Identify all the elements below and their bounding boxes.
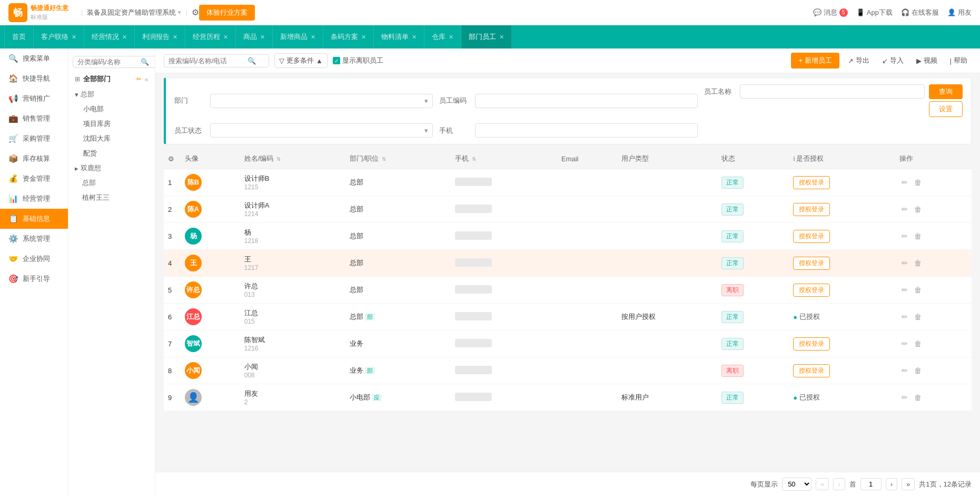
next-page-btn[interactable]: › <box>886 478 897 490</box>
experience-btn[interactable]: 体验行业方案 <box>199 5 255 21</box>
nav-tab-bom[interactable]: 物料清单 ✕ <box>374 25 424 48</box>
edit-btn[interactable]: ✏ <box>899 285 910 295</box>
delete-btn[interactable]: 🗑 <box>912 177 924 188</box>
dept-search[interactable]: 🔍 <box>73 56 155 68</box>
dept-parent-shuanglu[interactable]: ▸ 双鹿想 <box>68 161 155 176</box>
delete-btn[interactable]: 🗑 <box>912 392 924 403</box>
delete-btn[interactable]: 🗑 <box>912 312 924 322</box>
dept-parent-zhishu[interactable]: 植树王三 <box>68 190 155 205</box>
close-icon[interactable]: ✕ <box>311 34 315 41</box>
close-icon[interactable]: ✕ <box>122 34 127 41</box>
first-page-btn[interactable]: « <box>816 478 829 490</box>
delete-btn[interactable]: 🗑 <box>912 231 924 241</box>
import-btn[interactable]: ↙ 导入 <box>878 53 908 69</box>
th-phone[interactable]: 手机 ⇅ <box>451 149 557 169</box>
edit-btn[interactable]: ✏ <box>899 338 910 349</box>
toolbar-search[interactable]: 🔍 <box>164 54 269 67</box>
nav-tab-goods[interactable]: 商品 ✕ <box>236 25 273 48</box>
edit-btn[interactable]: ✏ <box>899 204 910 215</box>
nav-tab-home[interactable]: 首页 <box>4 25 34 48</box>
filter-dept-select[interactable]: ▾ <box>210 94 433 108</box>
close-icon[interactable]: ✕ <box>260 34 265 41</box>
prev-page-btn[interactable]: ‹ <box>833 478 845 490</box>
page-size-select[interactable]: 50 100 <box>782 478 811 491</box>
authorize-btn[interactable]: 授权登录 <box>793 230 830 243</box>
reset-btn[interactable]: 设置 <box>929 101 963 117</box>
search-input[interactable] <box>169 57 248 65</box>
dept-search-input[interactable] <box>77 58 141 66</box>
edit-btn[interactable]: ✏ <box>899 312 910 322</box>
delete-btn[interactable]: 🗑 <box>912 365 924 376</box>
collapse-icon[interactable]: « <box>145 75 149 83</box>
last-page-btn[interactable]: » <box>902 478 915 490</box>
th-dept[interactable]: 部门/职位 ⇅ <box>345 149 451 169</box>
dept-child-shenyang[interactable]: 沈阳大库 <box>68 131 155 146</box>
dept-child-xiaodibu[interactable]: 小电部 <box>68 102 155 116</box>
sidebar-item-collab[interactable]: 🤝 企业协同 <box>0 249 68 269</box>
sidebar-item-basic[interactable]: 📋 基础信息 <box>0 209 68 229</box>
system-title-arrow[interactable]: ▾ <box>178 9 181 16</box>
export-btn[interactable]: ↗ 导出 <box>844 53 874 69</box>
dept-child-xiangmu[interactable]: 项目库房 <box>68 116 155 131</box>
sidebar-item-nav[interactable]: 🏠 快捷导航 <box>0 69 68 89</box>
filter-empcode-input[interactable] <box>475 94 698 108</box>
delete-btn[interactable]: 🗑 <box>912 285 924 295</box>
query-btn[interactable]: 查询 <box>929 84 963 99</box>
gear-btn[interactable]: ⚙ <box>192 7 199 17</box>
edit-btn[interactable]: ✏ <box>899 177 910 188</box>
th-name[interactable]: 姓名/编码 ⇅ <box>240 149 345 169</box>
filter-status-select[interactable]: ▾ <box>210 123 433 138</box>
app-download-action[interactable]: 📱 App下载 <box>856 8 893 17</box>
sidebar-item-finance[interactable]: 💰 资金管理 <box>0 169 68 189</box>
dept-child-peihuo[interactable]: 配货 <box>68 146 155 161</box>
delete-btn[interactable]: 🗑 <box>912 204 924 215</box>
edit-dept-icon[interactable]: ✏ <box>136 75 142 83</box>
page-number-input[interactable] <box>860 478 882 490</box>
nav-tab-add-goods[interactable]: 新增商品 ✕ <box>273 25 323 48</box>
close-icon[interactable]: ✕ <box>72 34 76 41</box>
close-icon[interactable]: ✕ <box>361 34 366 41</box>
authorize-btn[interactable]: 授权登录 <box>793 203 830 216</box>
dept-parent-zongbu2[interactable]: 总部 <box>68 176 155 190</box>
add-employee-btn[interactable]: + 新增员工 <box>791 53 839 69</box>
close-icon[interactable]: ✕ <box>412 34 417 41</box>
edit-btn[interactable]: ✏ <box>899 231 910 241</box>
view-btn[interactable]: ▶ 视频 <box>912 53 942 69</box>
nav-tab-history[interactable]: 经营历程 ✕ <box>185 25 236 48</box>
filter-empname-input[interactable] <box>740 84 925 99</box>
delete-btn[interactable]: 🗑 <box>912 338 924 349</box>
show-resigned-toggle[interactable]: ✓ 显示离职员工 <box>333 56 383 65</box>
nav-tab-operation[interactable]: 经营情况 ✕ <box>84 25 135 48</box>
edit-btn[interactable]: ✏ <box>899 365 910 376</box>
close-icon[interactable]: ✕ <box>499 34 504 41</box>
edit-btn[interactable]: ✏ <box>899 392 910 403</box>
sidebar-item-system[interactable]: ⚙️ 系统管理 <box>0 229 68 249</box>
nav-tab-profit[interactable]: 利润报告 ✕ <box>135 25 185 48</box>
sidebar-item-sales[interactable]: 💼 销售管理 <box>0 109 68 129</box>
nav-tab-customer[interactable]: 客户联络 ✕ <box>34 25 84 48</box>
authorize-btn[interactable]: 授权登录 <box>793 364 830 377</box>
close-icon[interactable]: ✕ <box>449 34 453 41</box>
edit-btn[interactable]: ✏ <box>899 258 910 268</box>
close-icon[interactable]: ✕ <box>223 34 228 41</box>
sidebar-item-search[interactable]: 🔍 搜索菜单 <box>0 48 68 69</box>
dept-parent-zongbu[interactable]: ▾ 总部 <box>68 87 155 102</box>
sidebar-item-guide[interactable]: 🎯 新手引导 <box>0 269 68 289</box>
filter-phone-input[interactable] <box>475 123 698 138</box>
nav-tab-dept[interactable]: 部门员工 ✕ <box>461 25 512 48</box>
message-action[interactable]: 💬 消息 5 <box>813 8 848 17</box>
sidebar-item-inventory[interactable]: 📦 库存核算 <box>0 149 68 169</box>
more-filter-btn[interactable]: ▽ 更多条件 ▲ <box>274 53 328 68</box>
nav-tab-barcode[interactable]: 条码方案 ✕ <box>323 25 374 48</box>
help-btn[interactable]: | 帮助 <box>946 53 972 69</box>
close-icon[interactable]: ✕ <box>173 34 177 41</box>
delete-btn[interactable]: 🗑 <box>912 258 924 268</box>
authorize-btn[interactable]: 授权登录 <box>793 257 830 270</box>
sidebar-item-operation[interactable]: 📊 经营管理 <box>0 189 68 209</box>
sidebar-item-marketing[interactable]: 📢 营销推广 <box>0 89 68 109</box>
sidebar-item-purchase[interactable]: 🛒 采购管理 <box>0 129 68 149</box>
authorize-btn[interactable]: 授权登录 <box>793 337 830 351</box>
user-action[interactable]: 👤 用友 <box>947 8 972 17</box>
nav-tab-warehouse[interactable]: 仓库 ✕ <box>424 25 461 48</box>
authorize-btn[interactable]: 授权登录 <box>793 284 830 297</box>
